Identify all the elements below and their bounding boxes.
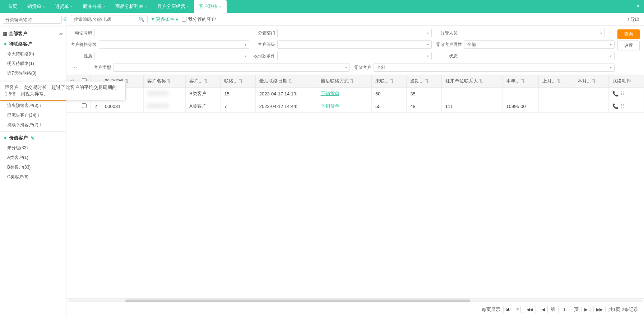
nav-tab-customer-segment[interactable]: 客户分层经营 × — [152, 0, 194, 13]
close-icon[interactable]: × — [187, 0, 189, 13]
status-select[interactable] — [460, 52, 615, 60]
dots-icon[interactable]: ··· — [71, 64, 78, 71]
close-icon[interactable]: × — [145, 0, 147, 13]
sidebar-item-churned[interactable]: 已流失客户(24) ℹ — [0, 110, 66, 120]
sidebar-item-churn-warning[interactable]: 流失预警客户(3) ℹ — [0, 101, 66, 110]
next-page-button[interactable]: ▶ — [582, 306, 590, 313]
value-customers-group[interactable]: ▼ 价值客户 ✎ — [0, 133, 66, 143]
sidebar-item-ungrouped[interactable]: 未分组(32) — [0, 143, 66, 153]
sidebar-item-class-c[interactable]: C类客户(6) — [0, 172, 66, 182]
filter-nature: 性质 — [71, 52, 249, 60]
nav-tab-product-list[interactable]: 商品分析列表 × — [110, 0, 152, 13]
retail-select[interactable]: 全部 — [374, 63, 615, 72]
more-icon[interactable]: ··· — [607, 30, 615, 36]
scrollbar-thumb[interactable] — [125, 300, 470, 302]
nav-tab-product-analysis[interactable]: 商品分析 × — [78, 0, 110, 13]
settings-button[interactable]: 设置 — [617, 41, 640, 51]
close-icon[interactable]: × — [103, 0, 105, 13]
last-page-button[interactable]: ▶▶ — [593, 306, 606, 313]
retail-attr-select[interactable]: 全部 — [464, 40, 615, 49]
filter-row-3: 性质 收付款条件 — [71, 52, 615, 60]
close-icon[interactable]: × — [70, 0, 73, 13]
last-contact-method-col-header[interactable]: 最后联络方式 ⇅ — [317, 75, 372, 88]
row1-more-icon[interactable]: ⠿ — [621, 91, 624, 96]
row2-more-icon[interactable]: ⠿ — [621, 103, 624, 109]
all-customers-header[interactable]: ▦ 全部客户 ≫ — [0, 28, 66, 39]
row2-not-contacted: 55 — [372, 100, 407, 113]
customer-type-select[interactable] — [113, 63, 350, 72]
total-label: 共1页 2条记录 — [608, 306, 638, 313]
page-size-select[interactable]: 50 20 100 200 — [503, 306, 521, 313]
grade-select[interactable] — [277, 40, 432, 49]
horizontal-scrollbar[interactable] — [66, 298, 644, 303]
prev-page-button[interactable]: ◀ — [539, 306, 548, 313]
row2-action: 📞 ⠿ — [608, 100, 644, 113]
dept-label: 分管部门 — [254, 30, 275, 36]
content-area: 🔍 ▼ 更多条件 ∧ 我分管的客户 ↑ 导出 — [66, 13, 644, 316]
filter-row-2: 客户价格等级 客户等级 — [71, 40, 615, 49]
sidebar-search-input[interactable] — [3, 16, 62, 24]
row2-phone-icon[interactable]: 📞 — [612, 103, 618, 109]
dept-select[interactable] — [277, 29, 432, 37]
query-button[interactable]: 查询 — [617, 29, 640, 39]
sidebar-item-today[interactable]: 今天待联络(0) — [0, 49, 66, 59]
row2-last-date: 2023-04-12 14:44: — [255, 100, 317, 113]
more-conditions-button[interactable]: ▼ 更多条件 ∧ — [150, 16, 179, 23]
sidebar-item-class-b[interactable]: B类客户(33) — [0, 162, 66, 172]
sidebar-search-area: 🔍 — [0, 13, 66, 27]
name-col-header[interactable]: 客户名称 ⇅ — [143, 75, 186, 88]
filter-customer-type: 客户类型 — [89, 63, 350, 72]
phone-input[interactable] — [94, 29, 249, 37]
pending-contact-group[interactable]: ▼ 待联络客户 — [0, 39, 66, 49]
sidebar-item-7days[interactable]: 近7天待联络(0) — [0, 69, 66, 78]
first-page-button[interactable]: ◀◀ — [524, 306, 536, 313]
row2-select-checkbox[interactable] — [82, 103, 87, 108]
grade-label: 客户等级 — [254, 42, 275, 48]
payment-select[interactable] — [277, 52, 432, 60]
main-search-input[interactable] — [74, 17, 139, 22]
type-col-header[interactable]: 客户... ⇅ — [186, 75, 221, 88]
price-grade-select[interactable] — [99, 40, 249, 49]
row2-code: 000031 — [101, 100, 144, 113]
row2-this-month — [574, 100, 608, 113]
scrollbar-track[interactable] — [68, 300, 643, 302]
nav-tab-customer-contact[interactable]: 客户联络 × — [194, 0, 226, 13]
sidebar-item-tomorrow[interactable]: 明天待联络(1) — [0, 59, 66, 69]
page-number-input[interactable] — [558, 306, 571, 313]
export-button[interactable]: ↑ 导出 — [627, 16, 640, 23]
nature-select[interactable] — [94, 52, 249, 60]
edit-icon[interactable]: ✎ — [31, 136, 34, 141]
row1-contact: 15 — [221, 88, 255, 100]
row2-last-month — [539, 100, 574, 113]
nav-tab-purchase[interactable]: 进货单 × — [50, 0, 78, 13]
row1-method-link[interactable]: 下销货单 — [321, 91, 339, 96]
row1-phone-icon[interactable]: 📞 — [612, 91, 618, 96]
this-year-col-header[interactable]: 本年... ⇅ — [502, 75, 539, 88]
sidebar-content: ▦ 全部客户 ≫ ▼ 待联络客户 今天待联络(0) 明天待联络(1) 近7天待联… — [0, 27, 66, 316]
this-month-col-header[interactable]: 本月... ⇅ — [574, 75, 608, 88]
nav-close-all-button[interactable]: × — [636, 3, 640, 10]
my-customers-checkbox[interactable] — [182, 17, 186, 22]
contact-person-col-header[interactable]: 往来单位联系人 ⇅ — [441, 75, 502, 88]
not-contacted-col-header[interactable]: 未联... ⇅ — [372, 75, 407, 88]
collapse-icon[interactable]: ≫ — [59, 32, 63, 36]
sidebar-item-class-a[interactable]: A类客户(1) — [0, 153, 66, 162]
close-icon[interactable]: × — [43, 0, 45, 13]
contact-col-header[interactable]: 联络... ⇅ — [221, 75, 255, 88]
row2-method-link[interactable]: 下销货单 — [321, 103, 339, 109]
last-month-col-header[interactable]: 上月... ⇅ — [539, 75, 574, 88]
sidebar-item-declining[interactable]: 持续下滑客户(2) ℹ — [0, 120, 66, 130]
top-nav: 首页 销货单 × 进货单 × 商品分析 × 商品分析列表 × 客户分层经营 × … — [0, 0, 644, 13]
sidebar-search-button[interactable]: 🔍 — [63, 17, 66, 23]
row1-name — [143, 88, 186, 100]
row1-this-month — [574, 88, 608, 100]
nav-tab-home[interactable]: 首页 — [3, 0, 22, 13]
overdue-col-header[interactable]: 逾期... ⇅ — [407, 75, 441, 88]
nav-tab-sales[interactable]: 销货单 × — [22, 0, 50, 13]
manager-input[interactable] — [460, 29, 604, 37]
nature-label: 性质 — [71, 53, 92, 59]
close-icon[interactable]: × — [219, 0, 221, 13]
row2-name — [143, 100, 186, 113]
my-customers-checkbox-area: 我分管的客户 — [182, 16, 216, 23]
last-contact-date-col-header[interactable]: 最后联络日期 ⇅ — [255, 75, 317, 88]
